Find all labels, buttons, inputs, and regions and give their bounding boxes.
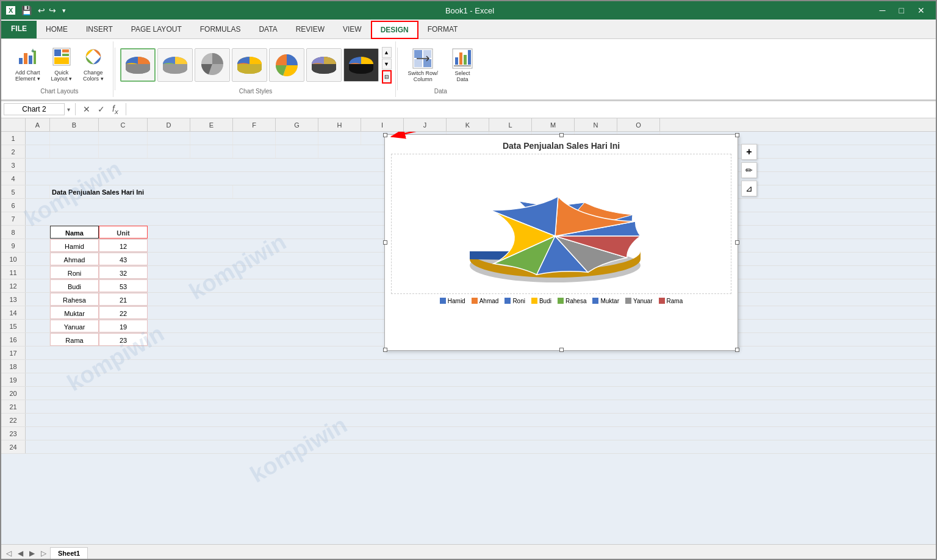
tab-review[interactable]: REVIEW xyxy=(287,21,334,38)
tab-home[interactable]: HOME xyxy=(37,21,77,38)
col-header-k[interactable]: K xyxy=(447,118,489,131)
chart-handle-bc[interactable] xyxy=(559,348,564,352)
scroll-down-btn[interactable]: ▼ xyxy=(382,59,392,70)
cell-c16[interactable]: 23 xyxy=(99,333,148,346)
confirm-formula-icon[interactable]: ✓ xyxy=(95,104,107,114)
col-header-c[interactable]: C xyxy=(99,118,148,131)
chart-handle-ml[interactable] xyxy=(383,240,387,245)
undo-icon[interactable]: ↩ xyxy=(38,5,45,15)
cell-c12[interactable]: 53 xyxy=(99,279,148,292)
cell-b16[interactable]: Rama xyxy=(50,333,99,346)
tab-design[interactable]: DESIGN xyxy=(371,21,418,39)
col-header-g[interactable]: G xyxy=(276,118,318,131)
cell-h1[interactable] xyxy=(318,132,361,145)
tab-page-layout[interactable]: PAGE LAYOUT xyxy=(122,21,191,38)
col-header-a[interactable]: A xyxy=(26,118,50,131)
redo-icon[interactable]: ↪ xyxy=(49,5,56,15)
chart-style-7[interactable] xyxy=(343,48,379,82)
cell-a5[interactable] xyxy=(26,185,50,198)
function-icon[interactable]: fx xyxy=(110,104,121,115)
cell-b15[interactable]: Yanuar xyxy=(50,320,99,332)
cell-b9[interactable]: Hamid xyxy=(50,239,99,252)
cell-a16[interactable] xyxy=(26,333,50,346)
save-icon[interactable]: 💾 xyxy=(21,5,32,15)
cell-c15[interactable]: 19 xyxy=(99,320,148,332)
col-header-n[interactable]: N xyxy=(575,118,617,131)
chart-style-6[interactable] xyxy=(306,48,342,82)
chart-handle-br[interactable] xyxy=(735,348,739,352)
cell-a12[interactable] xyxy=(26,279,50,292)
cell-a14[interactable] xyxy=(26,306,50,319)
chart-style-3[interactable] xyxy=(195,48,230,82)
col-header-l[interactable]: L xyxy=(489,118,532,131)
col-header-e[interactable]: E xyxy=(190,118,233,131)
name-box-dropdown[interactable]: ▾ xyxy=(67,106,70,113)
cell-c8-unit-header[interactable]: Unit xyxy=(99,226,148,239)
switch-row-col-button[interactable]: Switch Row/Column xyxy=(404,45,443,86)
sheet-nav-right[interactable]: ▷ xyxy=(38,548,49,559)
col-header-h[interactable]: H xyxy=(318,118,361,131)
tab-file[interactable]: FILE xyxy=(1,21,37,38)
cell-a1[interactable] xyxy=(26,132,50,145)
tab-data[interactable]: DATA xyxy=(250,21,286,38)
close-btn[interactable]: ✕ xyxy=(911,4,931,16)
more-styles-btn[interactable]: ⊟ xyxy=(382,70,392,84)
col-header-f[interactable]: F xyxy=(233,118,276,131)
tab-format[interactable]: FORMAT xyxy=(418,21,467,38)
chart-style-1[interactable] xyxy=(120,48,156,82)
cell-c11[interactable]: 32 xyxy=(99,266,148,279)
chart-handle-tr[interactable] xyxy=(735,133,739,137)
name-box[interactable] xyxy=(4,103,65,115)
col-header-i[interactable]: I xyxy=(361,118,404,131)
chart-style-2[interactable] xyxy=(157,48,193,82)
cell-b13[interactable]: Rahesa xyxy=(50,293,99,306)
chart-style-4[interactable] xyxy=(232,48,267,82)
add-chart-elements-btn[interactable]: + xyxy=(741,144,757,160)
cell-g2[interactable] xyxy=(276,145,318,158)
col-header-b[interactable]: B xyxy=(50,118,99,131)
col-header-o[interactable]: O xyxy=(617,118,660,131)
select-data-button[interactable]: SelectData xyxy=(447,45,478,86)
add-chart-element-button[interactable]: + Add ChartElement ▾ xyxy=(11,44,45,85)
chart-filters-btn[interactable]: ⊿ xyxy=(741,181,757,196)
cell-e1[interactable] xyxy=(190,132,233,145)
cell-c2[interactable] xyxy=(99,145,148,158)
cell-b14[interactable]: Muktar xyxy=(50,306,99,319)
cell-a8[interactable] xyxy=(26,226,50,239)
sheet-nav-prev[interactable]: ◀ xyxy=(15,548,26,559)
cell-a13[interactable] xyxy=(26,293,50,306)
chart-style-5[interactable] xyxy=(269,48,304,82)
maximize-btn[interactable]: □ xyxy=(893,4,910,16)
chart-handle-bl[interactable] xyxy=(383,348,387,352)
sheet-nav-next[interactable]: ▶ xyxy=(27,548,37,559)
scroll-up-btn[interactable]: ▲ xyxy=(382,47,392,58)
cell-a9[interactable] xyxy=(26,239,50,252)
cell-b1[interactable] xyxy=(50,132,99,145)
sheet-tab-sheet1[interactable]: Sheet1 xyxy=(50,547,88,559)
tab-view[interactable]: VIEW xyxy=(334,21,371,38)
cell-a2[interactable] xyxy=(26,145,50,158)
col-header-m[interactable]: M xyxy=(532,118,575,131)
cell-c13[interactable]: 21 xyxy=(99,293,148,306)
cell-f2[interactable] xyxy=(233,145,276,158)
formula-input[interactable] xyxy=(131,104,933,115)
cell-b2[interactable] xyxy=(50,145,99,158)
cell-d2[interactable] xyxy=(148,145,190,158)
cell-b8-nama-header[interactable]: Nama xyxy=(50,226,99,239)
cell-g1[interactable] xyxy=(276,132,318,145)
cell-b5-title[interactable]: Data Penjualan Sales Hari Ini xyxy=(50,185,233,198)
col-header-d[interactable]: D xyxy=(148,118,190,131)
tab-insert[interactable]: INSERT xyxy=(77,21,122,38)
cell-b12[interactable]: Budi xyxy=(50,279,99,292)
cell-a11[interactable] xyxy=(26,266,50,279)
cell-c10[interactable]: 43 xyxy=(99,253,148,265)
cell-a15[interactable] xyxy=(26,320,50,332)
chart-container[interactable]: Data Penjualan Sales Hari Ini xyxy=(384,134,738,351)
change-colors-button[interactable]: ChangeColors ▾ xyxy=(79,44,108,85)
sheet-nav-left[interactable]: ◁ xyxy=(4,548,14,559)
chart-handle-tl[interactable] xyxy=(383,133,387,137)
chart-styles-sidebar-btn[interactable]: ✏ xyxy=(741,162,757,178)
cell-c9[interactable]: 12 xyxy=(99,239,148,252)
tab-formulas[interactable]: FORMULAS xyxy=(191,21,250,38)
cell-d1[interactable] xyxy=(148,132,190,145)
